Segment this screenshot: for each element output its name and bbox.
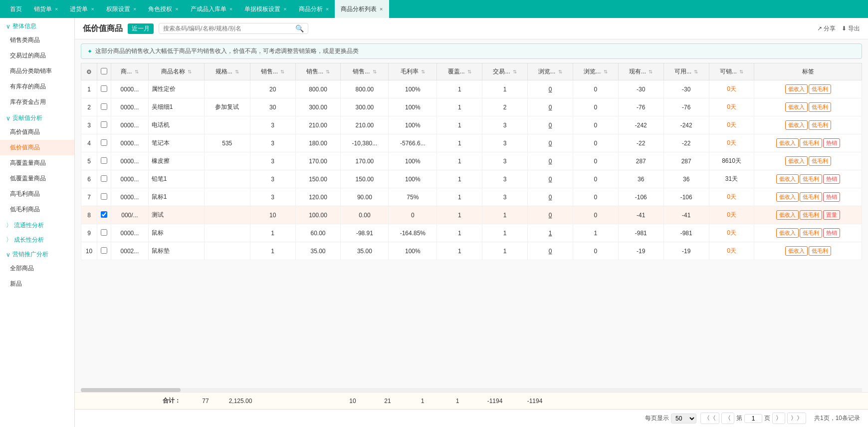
sidebar-section-overall[interactable]: ∨ 整体信息 bbox=[0, 18, 74, 32]
sidebar-item-high-value[interactable]: 高价值商品 bbox=[0, 124, 74, 140]
share-button[interactable]: ↗ 分享 bbox=[817, 24, 836, 33]
row-checkbox[interactable] bbox=[97, 134, 111, 152]
row-browse1[interactable]: 0 bbox=[528, 188, 573, 206]
row-checkbox[interactable] bbox=[97, 224, 111, 242]
export-button[interactable]: ⬇ 导出 bbox=[842, 24, 860, 33]
nav-bill-template[interactable]: 单据模板设置 × bbox=[238, 0, 292, 18]
sidebar-item-all-products[interactable]: 全部商品 bbox=[0, 261, 74, 276]
row-browse1[interactable]: 0 bbox=[528, 170, 573, 188]
row-name: 测试 bbox=[148, 206, 204, 224]
row-checkbox[interactable] bbox=[97, 98, 111, 116]
row-checkbox[interactable] bbox=[97, 170, 111, 188]
nav-product-entry[interactable]: 产成品入库单 × bbox=[185, 0, 238, 18]
sidebar-item-traded-products[interactable]: 交易过的商品 bbox=[0, 48, 74, 63]
close-icon[interactable]: × bbox=[133, 6, 136, 12]
sidebar-item-sales-products[interactable]: 销售类商品 bbox=[0, 32, 74, 48]
th-setting[interactable]: ⚙ bbox=[81, 63, 97, 80]
row-gross-rate: 100% bbox=[389, 152, 437, 170]
row-trade: 3 bbox=[482, 170, 528, 188]
sidebar-item-new-products[interactable]: 新品 bbox=[0, 276, 74, 292]
th-code[interactable]: 商... ⇅ bbox=[111, 63, 149, 80]
row-browse1[interactable]: 0 bbox=[528, 206, 573, 224]
th-trade[interactable]: 交易... ⇅ bbox=[482, 63, 528, 80]
row-checkbox[interactable] bbox=[97, 242, 111, 260]
sidebar-section-circulation[interactable]: 〉 流通性分析 bbox=[0, 217, 74, 232]
sidebar-item-low-value[interactable]: 低价值商品 bbox=[0, 140, 74, 155]
th-spec[interactable]: 规格... ⇅ bbox=[204, 63, 250, 80]
row-checkbox[interactable] bbox=[97, 152, 111, 170]
sidebar-item-low-profit[interactable]: 低毛利商品 bbox=[0, 202, 74, 217]
th-available[interactable]: 可用... ⇅ bbox=[663, 63, 709, 80]
row-browse1[interactable]: 0 bbox=[528, 116, 573, 134]
row-sales-price: 120.00 bbox=[295, 188, 341, 206]
close-icon[interactable]: × bbox=[283, 6, 286, 12]
tag: 低毛利 bbox=[809, 102, 831, 112]
close-icon[interactable]: × bbox=[380, 6, 383, 12]
sidebar-section-contribution[interactable]: ∨ 贡献值分析 bbox=[0, 110, 74, 124]
row-browse1[interactable]: 0 bbox=[528, 242, 573, 260]
row-current-stock: -22 bbox=[618, 134, 663, 152]
row-name: 鼠标垫 bbox=[148, 242, 204, 260]
next-page-button[interactable]: 〉 bbox=[772, 413, 785, 424]
th-current-stock[interactable]: 现有... ⇅ bbox=[618, 63, 663, 80]
row-code: 0000... bbox=[111, 134, 149, 152]
row-checkbox[interactable] bbox=[97, 206, 111, 224]
scroll-thumb[interactable] bbox=[81, 388, 181, 392]
nav-product-analysis[interactable]: 商品分析 × bbox=[293, 0, 335, 18]
row-gross-rate: 0 bbox=[389, 206, 437, 224]
last-page-button[interactable]: 〉〉 bbox=[787, 413, 806, 424]
row-browse1[interactable]: 0 bbox=[528, 98, 573, 116]
scroll-bar[interactable] bbox=[81, 388, 862, 392]
close-icon[interactable]: × bbox=[229, 6, 232, 12]
th-checkbox[interactable] bbox=[97, 63, 111, 80]
close-icon[interactable]: × bbox=[326, 6, 329, 12]
nav-sales-order[interactable]: 销货单 × bbox=[28, 0, 64, 18]
nav-permissions[interactable]: 权限设置 × bbox=[100, 0, 142, 18]
row-browse1[interactable]: 0 bbox=[528, 134, 573, 152]
total-available: -1194 bbox=[515, 398, 555, 405]
nav-role-auth[interactable]: 角色授权 × bbox=[142, 0, 184, 18]
total-values: 77 2,125.00 10 21 1 1 -1194 -1194 bbox=[191, 398, 555, 405]
close-icon[interactable]: × bbox=[91, 6, 94, 12]
th-sales-cost[interactable]: 销售... ⇅ bbox=[341, 63, 389, 80]
row-trade: 1 bbox=[482, 206, 528, 224]
close-icon[interactable]: × bbox=[55, 6, 58, 12]
th-gross-rate[interactable]: 毛利率 ⇅ bbox=[389, 63, 437, 80]
search-icon[interactable]: 🔍 bbox=[295, 24, 304, 32]
row-browse1[interactable]: 0 bbox=[528, 152, 573, 170]
sidebar-item-in-stock[interactable]: 有库存的商品 bbox=[0, 79, 74, 94]
row-sales-cost: -98.91 bbox=[341, 224, 389, 242]
nav-product-analysis-list[interactable]: 商品分析列表 × bbox=[335, 0, 389, 18]
search-input[interactable] bbox=[163, 25, 295, 32]
th-browse1[interactable]: 浏览... ⇅ bbox=[528, 63, 573, 80]
row-checkbox[interactable] bbox=[97, 80, 111, 98]
th-sales-qty[interactable]: 销售... ⇅ bbox=[250, 63, 295, 80]
first-page-button[interactable]: 〈〈 bbox=[700, 413, 719, 424]
th-coverage[interactable]: 覆盖... ⇅ bbox=[437, 63, 482, 80]
select-all-checkbox[interactable] bbox=[101, 68, 107, 74]
sidebar-item-high-profit[interactable]: 高毛利商品 bbox=[0, 186, 74, 202]
tag: 置量 bbox=[823, 210, 840, 220]
close-icon[interactable]: × bbox=[175, 6, 178, 12]
time-filter-button[interactable]: 近一月 bbox=[128, 23, 154, 34]
per-page-select[interactable]: 50 100 200 bbox=[671, 414, 696, 424]
row-checkbox[interactable] bbox=[97, 188, 111, 206]
nav-purchase-order[interactable]: 进货单 × bbox=[64, 0, 100, 18]
th-saleable[interactable]: 可销... ⇅ bbox=[709, 63, 754, 80]
table-container[interactable]: ⚙ 商... ⇅ 商品名称 ⇅ 规格... ⇅ 销售... ⇅ 销售... ⇅ … bbox=[81, 63, 862, 388]
row-browse1[interactable]: 1 bbox=[528, 224, 573, 242]
prev-page-button[interactable]: 〈 bbox=[721, 413, 734, 424]
sidebar-section-marketing[interactable]: ∨ 营销推广分析 bbox=[0, 246, 74, 261]
th-sales-price[interactable]: 销售... ⇅ bbox=[295, 63, 341, 80]
sidebar-item-low-coverage[interactable]: 低覆盖量商品 bbox=[0, 171, 74, 186]
th-name[interactable]: 商品名称 ⇅ bbox=[148, 63, 204, 80]
th-browse2[interactable]: 浏览... ⇅ bbox=[573, 63, 618, 80]
page-number-input[interactable] bbox=[744, 414, 762, 423]
nav-home[interactable]: 首页 bbox=[4, 0, 28, 18]
sidebar-item-high-coverage[interactable]: 高覆盖量商品 bbox=[0, 155, 74, 171]
row-checkbox[interactable] bbox=[97, 116, 111, 134]
row-browse1[interactable]: 0 bbox=[528, 80, 573, 98]
sidebar-item-category-sales-rate[interactable]: 商品分类助销率 bbox=[0, 63, 74, 79]
sidebar-section-growth[interactable]: 〉 成长性分析 bbox=[0, 232, 74, 246]
sidebar-item-stock-capital[interactable]: 库存资金占用 bbox=[0, 94, 74, 110]
